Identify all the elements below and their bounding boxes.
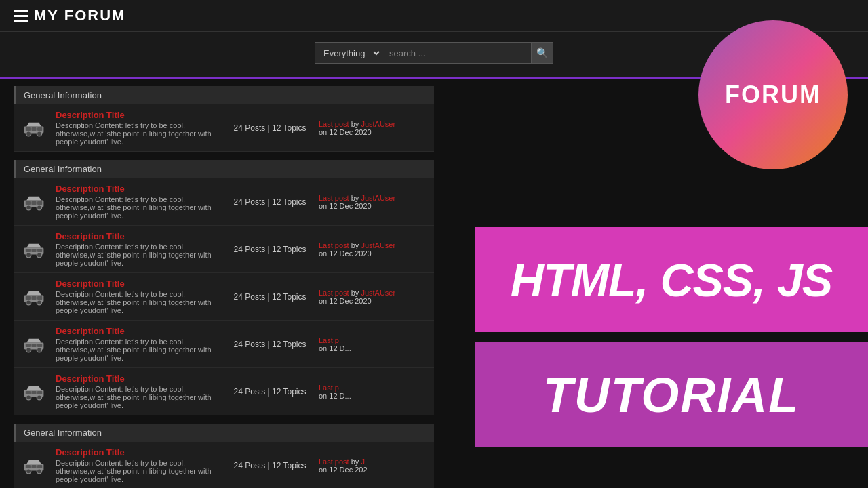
category-title-2: General Information	[24, 164, 102, 174]
svg-rect-9	[26, 201, 31, 204]
svg-point-26	[37, 347, 41, 352]
lastpost-date: on 12 Dec 2020	[319, 249, 427, 258]
svg-rect-39	[26, 464, 31, 468]
lastpost-date: on 12 Dec 2020	[319, 297, 427, 305]
forum-icon	[20, 286, 47, 308]
search-icon: 🔍	[536, 47, 548, 58]
lastpost-date: on 12 Dec 202	[319, 466, 427, 474]
site-header: MY FORUM	[0, 0, 868, 32]
forum-title[interactable]: Description Title	[56, 231, 221, 241]
forum-desc: Description Content: let's try to be coo…	[56, 121, 221, 146]
category-section-3: General Information Description Title De…	[14, 424, 434, 488]
forum-icon	[20, 381, 47, 403]
forum-title[interactable]: Description Title	[56, 373, 221, 384]
logo-text: MY FORUM	[34, 7, 125, 24]
htmlcss-overlay: HTML, CSS, JS	[475, 227, 868, 332]
forum-lastpost: Last post by JustAUser on 12 Dec 2020	[319, 289, 427, 305]
forum-stats: 24 Posts | 12 Topics	[229, 340, 311, 349]
svg-point-37	[26, 468, 31, 473]
svg-rect-11	[31, 201, 36, 204]
category-section: General Information Description Title De…	[14, 86, 434, 152]
forum-stats: 24 Posts | 12 Topics	[229, 461, 311, 470]
htmlcss-text: HTML, CSS, JS	[511, 253, 832, 306]
svg-point-2	[37, 131, 41, 136]
site-logo[interactable]: MY FORUM	[14, 7, 125, 24]
category-title: General Information	[24, 90, 102, 100]
forum-icon	[20, 117, 47, 139]
forum-desc: Description Content: let's try to be coo…	[56, 243, 221, 267]
forum-row[interactable]: Description Title Description Content: l…	[14, 226, 434, 273]
svg-rect-28	[37, 343, 42, 346]
forum-stats: 24 Posts | 12 Topics	[229, 387, 311, 396]
svg-point-25	[26, 347, 31, 352]
forum-desc: Description Content: let's try to be coo…	[56, 290, 221, 314]
svg-rect-34	[37, 390, 42, 394]
hamburger-icon[interactable]	[14, 10, 28, 22]
svg-point-31	[26, 394, 31, 399]
svg-rect-23	[31, 296, 36, 299]
svg-rect-3	[26, 127, 31, 130]
forum-row[interactable]: Description Title Description Content: l…	[14, 368, 434, 415]
svg-point-20	[37, 300, 41, 304]
svg-point-1	[26, 131, 31, 136]
svg-rect-41	[31, 464, 36, 468]
category-header-3: General Information	[14, 424, 434, 442]
category-title-3: General Information	[24, 428, 102, 438]
tutorial-text: TUTORIAL	[543, 367, 800, 423]
forum-row[interactable]: Description Title Description Content: l…	[14, 104, 434, 152]
svg-point-38	[37, 468, 41, 473]
forum-info: Description Title Description Content: l…	[56, 326, 221, 362]
forum-icon	[20, 455, 47, 476]
lastpost-date: on 12 D...	[319, 344, 427, 352]
forum-row[interactable]: Description Title Description Content: l…	[14, 178, 434, 226]
lastpost-date: on 12 Dec 2020	[319, 128, 427, 136]
tutorial-overlay: TUTORIAL	[475, 342, 868, 447]
forum-lastpost: Last post by JustAUser on 12 Dec 2020	[319, 241, 427, 258]
forum-desc: Description Content: let's try to be coo…	[56, 385, 221, 409]
forum-stats: 24 Posts | 12 Topics	[229, 123, 311, 133]
forum-desc: Description Content: let's try to be coo…	[56, 459, 221, 483]
svg-rect-5	[31, 127, 36, 130]
main-content: General Information Description Title De…	[0, 79, 448, 488]
forum-icon	[20, 191, 47, 213]
svg-point-19	[26, 300, 31, 304]
search-category-select[interactable]: EverythingTopicsPostsUsers	[315, 42, 382, 64]
svg-rect-15	[26, 248, 31, 251]
forum-stats: 24 Posts | 12 Topics	[229, 197, 311, 207]
forum-lastpost: Last p... on 12 D...	[319, 336, 427, 352]
forum-info: Description Title Description Content: l…	[56, 231, 221, 267]
lastpost-by[interactable]: JustAUser	[361, 120, 395, 128]
forum-stats: 24 Posts | 12 Topics	[229, 245, 311, 254]
forum-icon	[20, 239, 47, 260]
forum-circle-text: FORUM	[725, 81, 821, 109]
forum-lastpost: Last post by J... on 12 Dec 202	[319, 458, 427, 474]
forum-title[interactable]: Description Title	[56, 279, 221, 289]
svg-point-8	[37, 205, 41, 209]
search-input[interactable]	[382, 42, 532, 64]
forum-title[interactable]: Description Title	[56, 326, 221, 336]
svg-rect-33	[26, 390, 31, 394]
forum-lastpost: Last p... on 12 D...	[319, 384, 427, 400]
forum-title[interactable]: Description Title	[56, 447, 221, 458]
category-header: General Information	[14, 86, 434, 104]
forum-info: Description Title Description Content: l…	[56, 184, 221, 220]
svg-rect-40	[37, 464, 42, 468]
svg-rect-35	[31, 390, 36, 394]
forum-lastpost: Last post by JustAUser on 12 Dec 2020	[319, 194, 427, 210]
svg-rect-22	[37, 296, 42, 299]
svg-point-14	[37, 252, 41, 257]
category-header-2: General Information	[14, 160, 434, 178]
svg-rect-4	[37, 127, 42, 130]
forum-row[interactable]: Description Title Description Content: l…	[14, 321, 434, 368]
forum-info: Description Title Description Content: l…	[56, 279, 221, 314]
forum-lastpost: Last post by JustAUser on 12 Dec 2020	[319, 120, 427, 136]
svg-point-32	[37, 394, 41, 399]
forum-row[interactable]: Description Title Description Content: l…	[14, 273, 434, 321]
forum-title[interactable]: Description Title	[56, 184, 221, 194]
svg-rect-17	[31, 248, 36, 251]
search-button[interactable]: 🔍	[532, 42, 553, 64]
forum-title[interactable]: Description Title	[56, 110, 221, 120]
forum-row[interactable]: Description Title Description Content: l…	[14, 442, 434, 488]
svg-rect-10	[37, 201, 42, 204]
forum-info: Description Title Description Content: l…	[56, 110, 221, 146]
